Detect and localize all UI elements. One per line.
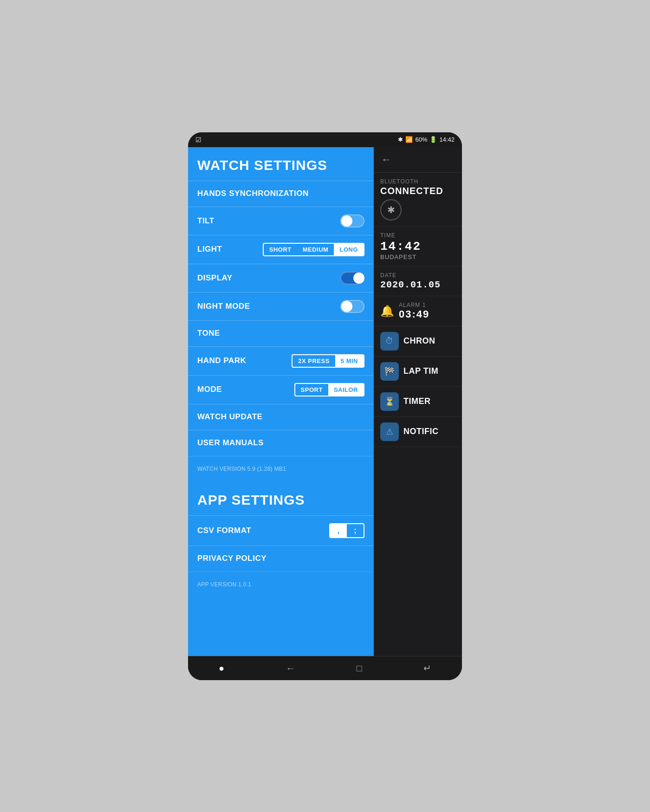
night-mode-label: NIGHT MODE — [197, 302, 250, 311]
hand-park-2x[interactable]: 2X PRESS — [292, 355, 335, 367]
nav-notific[interactable]: ⚠ NOTIFIC — [374, 417, 462, 447]
laptime-label: LAP TIM — [403, 366, 438, 376]
chrono-icon: ⏱ — [380, 332, 399, 351]
timer-label: TIMER — [403, 396, 431, 406]
watch-update-label: WATCH UPDATE — [197, 412, 262, 422]
csv-format-label: CSV FORMAT — [197, 526, 251, 535]
tone-item[interactable]: TONE — [188, 320, 374, 346]
csv-segmented: , ; — [329, 523, 364, 538]
watch-version-item: WATCH VERSION 5.9 (1.28) MB1 — [188, 456, 374, 482]
settings-panel: WATCH SETTINGS HANDS SYNCHRONIZATION TIL… — [188, 147, 374, 656]
bottom-nav: ● ← □ ↵ — [188, 656, 462, 680]
nav-recent-btn[interactable]: ↵ — [420, 659, 435, 677]
date-card: DATE 2020.01.05 — [374, 266, 462, 296]
notific-label: NOTIFIC — [403, 427, 439, 436]
hand-park-item: HAND PARK 2X PRESS 5 MIN — [188, 346, 374, 375]
night-mode-toggle[interactable] — [340, 300, 364, 313]
watch-update-item[interactable]: WATCH UPDATE — [188, 404, 374, 430]
mode-sport[interactable]: SPORT — [295, 384, 328, 396]
csv-semicolon[interactable]: ; — [347, 524, 364, 537]
main-content: WATCH SETTINGS HANDS SYNCHRONIZATION TIL… — [188, 147, 462, 656]
tilt-toggle-knob — [341, 215, 352, 227]
phone-container: ☑ ✱ 📶 60% 🔋 14:42 WATCH SETTINGS HANDS S… — [188, 132, 462, 680]
notific-icon: ⚠ — [380, 422, 399, 441]
back-icon[interactable]: ← — [381, 154, 391, 165]
alarm-card: 🔔 ALARM 1 03:49 — [374, 296, 462, 326]
watch-version-text: WATCH VERSION 5.9 (1.28) MB1 — [197, 466, 286, 472]
mode-sailor[interactable]: SAILOR — [328, 384, 364, 396]
nav-laptime[interactable]: 🏁 LAP TIM — [374, 357, 462, 387]
status-left: ☑ — [195, 136, 202, 143]
nav-home-btn[interactable]: □ — [353, 659, 366, 677]
night-mode-toggle-knob — [341, 301, 352, 312]
alarm-bell-icon: 🔔 — [380, 305, 394, 318]
light-label: LIGHT — [197, 245, 222, 254]
timer-icon: ⏳ — [380, 392, 399, 411]
display-item: DISPLAY — [188, 264, 374, 292]
laptime-icon: 🏁 — [380, 362, 399, 381]
hands-sync-label: HANDS SYNCHRONIZATION — [197, 189, 309, 198]
app-version-text: APP VERSION 1.0.1 — [197, 581, 251, 588]
tilt-label: TILT — [197, 216, 214, 226]
nav-dot-btn[interactable]: ● — [215, 659, 228, 677]
time-city: BUDAPEST — [380, 253, 455, 260]
mode-label: MODE — [197, 385, 222, 394]
user-manuals-label: USER MANUALS — [197, 438, 264, 448]
bluetooth-status: CONNECTED — [380, 186, 455, 196]
light-segmented: SHORT MEDIUM LONG — [263, 243, 364, 256]
bluetooth-card: BLUETOOTH CONNECTED ✱ — [374, 173, 462, 227]
alarm-title: ALARM 1 — [399, 302, 429, 308]
csv-comma[interactable]: , — [330, 524, 347, 537]
battery-text: 60% — [415, 136, 427, 143]
notification-icon: ☑ — [195, 136, 202, 143]
user-manuals-item[interactable]: USER MANUALS — [188, 430, 374, 456]
nav-timer[interactable]: ⏳ TIMER — [374, 387, 462, 417]
hands-sync-item[interactable]: HANDS SYNCHRONIZATION — [188, 181, 374, 207]
nav-chrono[interactable]: ⏱ CHRON — [374, 326, 462, 357]
battery-icon: 🔋 — [429, 136, 437, 143]
app-settings-title: APP SETTINGS — [188, 482, 374, 515]
time-value: 14:42 — [380, 240, 455, 253]
date-value: 2020.01.05 — [380, 279, 455, 290]
app-version-item: APP VERSION 1.0.1 — [188, 572, 374, 598]
csv-format-item: CSV FORMAT , ; — [188, 515, 374, 546]
display-toggle-knob — [353, 273, 364, 284]
time-card: TIME 14:42 BUDAPEST — [374, 227, 462, 266]
bluetooth-icon-container[interactable]: ✱ — [380, 199, 402, 221]
privacy-policy-label: PRIVACY POLICY — [197, 554, 266, 563]
date-title: DATE — [380, 272, 455, 279]
wifi-icon: 📶 — [405, 136, 413, 143]
light-item: LIGHT SHORT MEDIUM LONG — [188, 235, 374, 264]
bluetooth-icon: ✱ — [387, 204, 395, 215]
watch-settings-title: WATCH SETTINGS — [188, 147, 374, 181]
light-long[interactable]: LONG — [334, 244, 364, 255]
tilt-toggle[interactable] — [340, 214, 364, 227]
display-label: DISPLAY — [197, 273, 233, 283]
night-mode-item: NIGHT MODE — [188, 292, 374, 320]
hand-park-5min[interactable]: 5 MIN — [335, 355, 364, 367]
tilt-item: TILT — [188, 207, 374, 235]
status-right: ✱ 📶 60% 🔋 14:42 — [398, 136, 455, 143]
light-short[interactable]: SHORT — [264, 244, 297, 255]
alarm-info: ALARM 1 03:49 — [399, 302, 429, 320]
light-medium[interactable]: MEDIUM — [297, 244, 334, 255]
hand-park-label: HAND PARK — [197, 356, 246, 365]
tone-label: TONE — [197, 329, 220, 338]
alarm-time: 03:49 — [399, 308, 429, 320]
chrono-label: CHRON — [403, 336, 436, 346]
display-toggle[interactable] — [340, 272, 364, 285]
sidebar-back[interactable]: ← — [374, 147, 462, 173]
status-bar: ☑ ✱ 📶 60% 🔋 14:42 — [188, 132, 462, 147]
hand-park-segmented: 2X PRESS 5 MIN — [292, 354, 364, 368]
nav-back-btn[interactable]: ← — [282, 659, 299, 677]
time-title: TIME — [380, 232, 455, 239]
mode-segmented: SPORT SAILOR — [294, 383, 364, 396]
bluetooth-title: BLUETOOTH — [380, 178, 455, 185]
sidebar-panel: ← BLUETOOTH CONNECTED ✱ TIME 14:42 BUDAP… — [374, 147, 462, 656]
mode-item: MODE SPORT SAILOR — [188, 375, 374, 404]
privacy-policy-item[interactable]: PRIVACY POLICY — [188, 546, 374, 572]
bluetooth-status-icon: ✱ — [398, 136, 403, 143]
clock-display: 14:42 — [439, 136, 455, 143]
